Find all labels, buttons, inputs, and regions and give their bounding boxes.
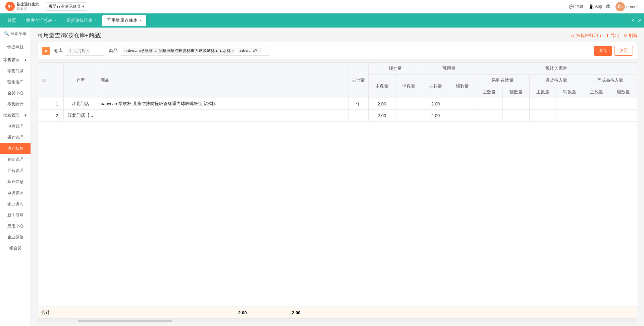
th-purchase-aux: 辅数量 <box>503 86 530 98</box>
data-table: ⚙ 仓库 商品 主计量 现存量 可用量 预计入库量 主数量 辅数量 主数量 <box>38 62 637 122</box>
app-download-label: App下载 <box>595 4 610 9</box>
message-icon: 💬 <box>569 4 574 9</box>
cell-product-main <box>583 110 610 122</box>
warehouse-tag-close[interactable]: × <box>87 49 89 53</box>
footer-label: 合计 <box>41 310 229 316</box>
message-label: 消息 <box>575 4 583 9</box>
table-container: ⚙ 仓库 商品 主计量 现存量 可用量 预计入库量 主数量 辅数量 主数量 <box>38 62 637 307</box>
logo-icon: 好 <box>5 2 15 11</box>
th-stock-group: 现存量 <box>369 63 422 75</box>
sidebar-search-btn[interactable]: 🔍 搜索菜单 <box>0 28 31 40</box>
sidebar-item-retail-mall[interactable]: 零售商城 <box>0 65 31 77</box>
gear-icon[interactable]: ⚙ <box>42 78 46 83</box>
user-menu[interactable]: Ea demo2 <box>615 2 639 11</box>
tab-order-stats-label: 要货单统计表 <box>66 17 93 24</box>
nav-close-btn[interactable]: × <box>631 17 634 24</box>
tab-available-stock[interactable]: 可用量库存账本 × <box>102 15 146 26</box>
product-filter-input[interactable]: babycare学饮杯 儿童防摔防撞吸管杯重力球吸嘴杯宝宝水杯 × babyca… <box>120 46 270 56</box>
nav-right-btns: × ⤢ <box>631 17 641 24</box>
product-tag2-value: babycare?... <box>238 48 261 53</box>
chevron-up-icon: ▲ <box>24 58 27 62</box>
search-icon: 🔍 <box>4 31 9 36</box>
tab-home[interactable]: 首页 <box>3 15 21 26</box>
avatar: Ea <box>615 2 625 11</box>
app-download-btn[interactable]: 📱 App下载 <box>589 4 610 9</box>
settings-button[interactable]: 设置 <box>614 46 633 56</box>
message-btn[interactable]: 💬 消息 <box>569 4 583 9</box>
sidebar-item-basic[interactable]: 基础信息 <box>0 176 31 187</box>
sidebar-item-vip[interactable]: 畅会员 <box>0 243 31 254</box>
sidebar-item-inventory[interactable]: 库存核算 <box>0 143 31 154</box>
chevron-down-icon: ▾ <box>82 4 84 9</box>
refresh-btn[interactable]: ↻ 刷新 <box>624 33 637 39</box>
logo-area: 好 畅捷通好生意 标准版 <box>5 2 39 11</box>
table-footer: 合计 2.00 2.00 <box>38 307 637 319</box>
scroll-area[interactable] <box>38 319 637 323</box>
cell-purchase-main <box>476 110 503 122</box>
sidebar-item-retail-stats[interactable]: 零售统计 <box>0 99 31 110</box>
sidebar-item-wechat[interactable]: 企业微信 <box>0 232 31 243</box>
cell-unit <box>348 110 369 122</box>
th-available-group: 可用量 <box>422 63 476 75</box>
sidebar-item-guide[interactable]: 新手引导 <box>0 209 31 221</box>
tab-order-stats[interactable]: 要货单统计表 × <box>62 15 101 26</box>
tab-receive-summary-close[interactable]: × <box>54 18 56 22</box>
tab-available-stock-label: 可用量库存账本 <box>107 17 138 24</box>
filter-bar: » 仓库 江北门店 × ··· 商品 babycare学饮杯 儿童防摔防撞吸管杯… <box>38 42 637 59</box>
table-row: 2 江北门店【... 2.00 2.00 <box>38 110 637 122</box>
sidebar-item-quick-nav[interactable]: 快捷导航 <box>0 42 31 53</box>
product-tag2: babycare?... <box>237 48 262 53</box>
cell-stock-main: 2.00 <box>369 110 395 122</box>
warehouse-tag: 江北门店 × <box>68 48 90 54</box>
scroll-thumb[interactable] <box>78 320 172 322</box>
tab-available-stock-close[interactable]: × <box>140 18 142 22</box>
th-purchase-main: 主数量 <box>476 86 503 98</box>
tab-receive-summary[interactable]: 收发存汇总表 × <box>21 15 61 26</box>
industry-select[interactable]: 母婴行业演示账套 ▾ <box>46 2 87 11</box>
cell-available-main: 2.00 <box>422 98 449 110</box>
product-more-icon[interactable]: ··· <box>264 48 267 53</box>
sidebar-item-ecommerce[interactable]: 电商管理 <box>0 121 31 132</box>
sidebar-item-operations[interactable]: 经营管理 <box>0 165 31 176</box>
cell-no: 2 <box>50 110 64 122</box>
main-layout: 🔍 搜索菜单 快捷导航 零售管理 ▲ 零售商城 营销推广 会员中心 零售统计 批… <box>0 28 644 326</box>
cell-purchase-aux <box>503 110 530 122</box>
sidebar-item-system[interactable]: 系统管理 <box>0 187 31 198</box>
tab-order-stats-close[interactable]: × <box>95 18 97 22</box>
cell-purchase-aux <box>503 98 530 110</box>
sidebar-section-retail[interactable]: 零售管理 ▲ <box>0 54 31 65</box>
logo-text: 畅捷通好生意 <box>17 2 39 6</box>
cell-stock-aux <box>395 98 422 110</box>
tab-receive-summary-label: 收发存汇总表 <box>26 17 52 24</box>
sidebar-item-enterprise[interactable]: 企业协同 <box>0 198 31 209</box>
warehouse-filter-input[interactable]: 江北门店 × ··· <box>65 46 105 56</box>
export-btn[interactable]: ⬆ 导出 <box>606 33 620 39</box>
sidebar-item-appenter[interactable]: 应用中心 <box>0 221 31 232</box>
table-row: 1 江北门店 babycare学饮杯 儿童防摔防撞吸管杯重力球吸嘴杯宝宝水杯 个… <box>38 98 637 110</box>
sidebar-item-marketing[interactable]: 营销推广 <box>0 77 31 88</box>
th-product: 商品 <box>97 63 348 98</box>
print-template-btn[interactable]: 🖨 按模板打印 ▾ <box>571 33 602 39</box>
sidebar-item-members[interactable]: 会员中心 <box>0 88 31 99</box>
filter-expand-btn[interactable]: » <box>42 47 50 55</box>
th-available-aux: 辅数量 <box>449 75 476 98</box>
query-button[interactable]: 查询 <box>594 46 612 56</box>
th-incoming-aux: 辅数量 <box>556 86 583 98</box>
th-production-sub: 产成品待入量 <box>583 75 637 86</box>
sidebar-item-finance[interactable]: 资金管理 <box>0 154 31 165</box>
cell-product-aux <box>610 110 637 122</box>
logo-text-block: 畅捷通好生意 标准版 <box>17 2 39 11</box>
cell-settings <box>38 98 50 110</box>
sidebar-section-wholesale[interactable]: 批发管理 ▼ <box>0 110 31 121</box>
nav-expand-btn[interactable]: ⤢ <box>637 17 641 24</box>
nav-tabs: 首页 收发存汇总表 × 要货单统计表 × 可用量库存账本 × × ⤢ <box>0 13 644 28</box>
warehouse-more-icon[interactable]: ··· <box>92 48 95 53</box>
sidebar-item-purchase[interactable]: 采购管理 <box>0 132 31 143</box>
cell-stock-aux <box>395 110 422 122</box>
page-header: 可用量查询(按仓库+商品) 🖨 按模板打印 ▾ ⬆ 导出 ↻ 刷新 <box>31 28 644 42</box>
print-icon: 🖨 <box>571 33 575 38</box>
refresh-icon: ↻ <box>624 33 627 38</box>
product-tag1-value: babycare学饮杯 儿童防摔防撞吸管杯重力球吸嘴杯宝宝水杯 <box>124 48 231 54</box>
product-tag1-close[interactable]: × <box>232 49 234 53</box>
sidebar-quick-nav: 快捷导航 <box>0 40 31 54</box>
